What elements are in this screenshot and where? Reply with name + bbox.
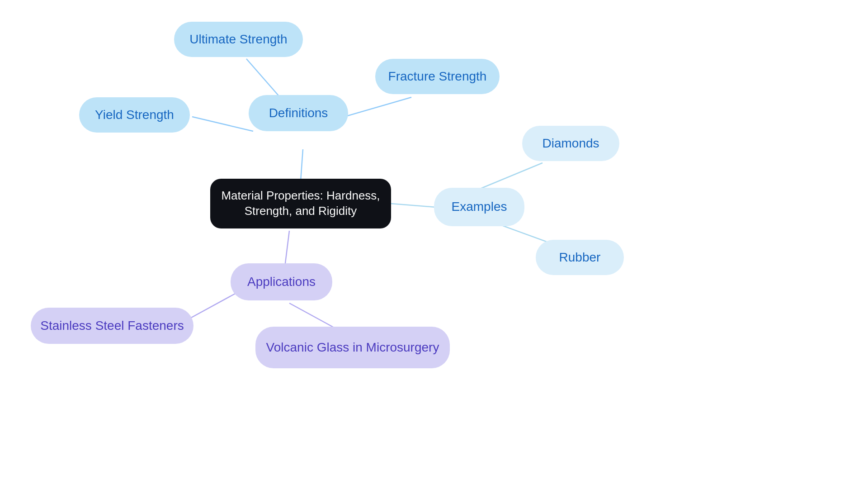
examples-node[interactable]: Examples bbox=[434, 188, 524, 226]
ultimate-strength-node[interactable]: Ultimate Strength bbox=[174, 22, 303, 57]
examples-label: Examples bbox=[452, 199, 507, 215]
diamonds-label: Diamonds bbox=[542, 135, 599, 152]
stainless-steel-label: Stainless Steel Fasteners bbox=[40, 318, 184, 334]
svg-line-5 bbox=[477, 163, 542, 190]
rubber-node[interactable]: Rubber bbox=[536, 240, 624, 275]
central-node[interactable]: Material Properties: Hardness, Strength,… bbox=[210, 179, 391, 228]
ultimate-strength-label: Ultimate Strength bbox=[189, 31, 287, 48]
volcanic-glass-node[interactable]: Volcanic Glass in Microsurgery bbox=[255, 327, 450, 368]
fracture-strength-label: Fracture Strength bbox=[388, 68, 487, 85]
applications-node[interactable]: Applications bbox=[231, 263, 332, 300]
diamonds-node[interactable]: Diamonds bbox=[522, 126, 619, 161]
applications-label: Applications bbox=[247, 274, 316, 290]
rubber-label: Rubber bbox=[559, 249, 601, 266]
definitions-label: Definitions bbox=[269, 105, 328, 121]
central-node-label: Material Properties: Hardness, Strength,… bbox=[210, 184, 391, 224]
fracture-strength-node[interactable]: Fracture Strength bbox=[375, 59, 500, 94]
svg-line-7 bbox=[285, 231, 289, 267]
definitions-node[interactable]: Definitions bbox=[249, 95, 348, 131]
svg-line-9 bbox=[289, 303, 339, 330]
yield-strength-label: Yield Strength bbox=[95, 107, 174, 123]
svg-line-3 bbox=[192, 117, 253, 131]
svg-line-0 bbox=[301, 149, 303, 181]
volcanic-glass-label: Volcanic Glass in Microsurgery bbox=[266, 339, 439, 356]
stainless-steel-node[interactable]: Stainless Steel Fasteners bbox=[31, 308, 193, 344]
yield-strength-node[interactable]: Yield Strength bbox=[79, 97, 190, 133]
